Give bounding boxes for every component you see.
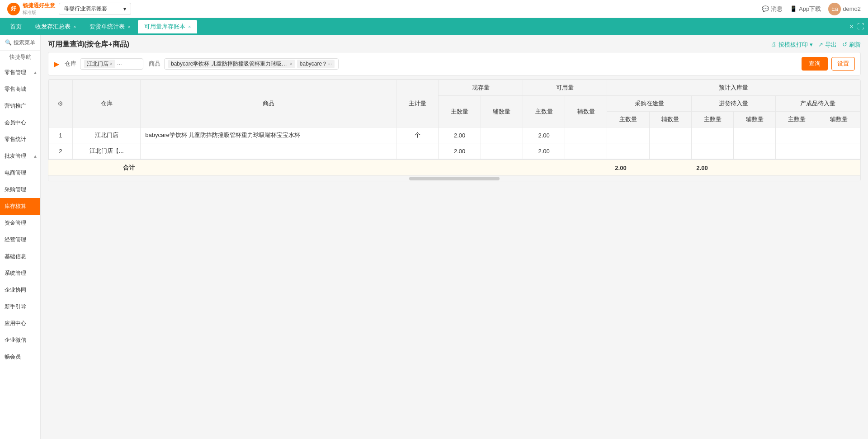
data-table: ⚙ 仓库 商品 主计量 现存量 可用量 预计入库量 主数量 辅数量 主数量 辅数…: [48, 80, 860, 159]
sidebar-item-member[interactable]: 会员中心: [0, 114, 40, 131]
cell-avail-aux: [565, 143, 607, 159]
cell-purchase-main: [607, 143, 649, 159]
sidebar: 🔍 搜索菜单 快捷导航 零售管理 ▲ 零售商城 营销推广 会员中心 零售统计 批…: [0, 35, 41, 439]
sidebar-quick-nav[interactable]: 快捷导航: [0, 51, 40, 64]
sidebar-item-enterprise-wechat[interactable]: 企业微信: [0, 332, 40, 349]
export-button[interactable]: ↗ 导出: [818, 41, 837, 49]
cell-produced-main: [776, 127, 818, 143]
cell-avail-main: 2.00: [523, 143, 565, 159]
expand-icon[interactable]: ⛶: [857, 23, 864, 31]
th-produced-aux: 辅数量: [818, 112, 860, 127]
warehouse-input[interactable]: 江北门店 × ···: [80, 58, 143, 70]
industry-selector[interactable]: 母婴行业演示账套 ▾: [59, 3, 131, 15]
footer-stock-main: 2.00: [603, 165, 639, 171]
warehouse-more[interactable]: ···: [117, 61, 122, 67]
close-tab-2[interactable]: ×: [127, 24, 130, 29]
cell-product: babycare学饮杯 儿童防摔防撞吸管杯重力球吸嘴杯宝宝水杯: [141, 127, 396, 143]
sidebar-item-ops[interactable]: 经营管理: [0, 231, 40, 248]
logo-icon: 好: [7, 3, 20, 15]
sidebar-item-member2[interactable]: 畅会员: [0, 349, 40, 365]
sidebar-item-marketing[interactable]: 营销推广: [0, 98, 40, 114]
product-tag-1: babycare学饮杯 儿童防摔防撞吸管杯重力球吸嘴杯宝宝水杯 ×: [168, 60, 295, 68]
product-tag-2: babycare？···: [297, 60, 335, 68]
cell-purchase-aux: [649, 127, 691, 143]
chevron-down-icon: ▲: [33, 70, 38, 75]
cell-purchase-main: [607, 127, 649, 143]
th-produced-main: 主数量: [776, 112, 818, 127]
sidebar-item-enterprise[interactable]: 企业协同: [0, 282, 40, 298]
close-tab-1[interactable]: ×: [73, 24, 76, 29]
cell-stock-aux: [481, 143, 523, 159]
cell-incoming-main: [691, 143, 733, 159]
message-button[interactable]: 💬 消息: [762, 5, 783, 13]
close-tab-3[interactable]: ×: [188, 24, 191, 29]
sidebar-item-inventory[interactable]: 库存核算: [0, 198, 40, 215]
th-avail-aux: 辅数量: [565, 96, 607, 127]
table-container: ⚙ 仓库 商品 主计量 现存量 可用量 预计入库量 主数量 辅数量 主数量 辅数…: [48, 79, 861, 181]
th-avail-main: 主数量: [523, 96, 565, 127]
top-bar: 好 畅捷通好生意 标准版 母婴行业演示账套 ▾ 💬 消息 📱 App下载 Ea …: [0, 0, 868, 18]
warehouse-field: 仓库 江北门店 × ···: [65, 58, 143, 70]
product-input[interactable]: babycare学饮杯 儿童防摔防撞吸管杯重力球吸嘴杯宝宝水杯 × babyca…: [164, 58, 339, 70]
main-layout: 🔍 搜索菜单 快捷导航 零售管理 ▲ 零售商城 营销推广 会员中心 零售统计 批…: [0, 35, 868, 439]
sidebar-item-app-center[interactable]: 应用中心: [0, 315, 40, 332]
cell-no: 2: [49, 143, 73, 159]
th-produced-group: 产成品待入量: [776, 96, 860, 112]
sidebar-item-newbie[interactable]: 新手引导: [0, 298, 40, 315]
sidebar-item-basics[interactable]: 基础信息: [0, 248, 40, 265]
tab-2[interactable]: 要货单统计表 ×: [83, 20, 137, 33]
cell-warehouse: 江北门店【...: [72, 143, 141, 159]
chevron-down-icon: ▾: [123, 6, 126, 12]
page-header: 可用量查询(按仓库+商品) 🖨 按模板打印 ▾ ↗ 导出 ↺ 刷新: [41, 35, 868, 52]
cell-unit: 个: [396, 127, 439, 143]
sidebar-item-retail-mall[interactable]: 零售商城: [0, 81, 40, 98]
user-menu[interactable]: Ea demo2: [828, 3, 861, 15]
gear-icon[interactable]: ⚙: [57, 100, 63, 107]
cell-stock-main: 2.00: [439, 127, 481, 143]
th-warehouse: 仓库: [72, 80, 141, 127]
sidebar-item-purchase[interactable]: 采购管理: [0, 181, 40, 198]
cell-stock-main: 2.00: [439, 143, 481, 159]
tab-home[interactable]: 首页: [4, 20, 28, 33]
sidebar-item-finance[interactable]: 资金管理: [0, 215, 40, 231]
scroll-track[interactable]: [48, 175, 860, 181]
sidebar-item-system[interactable]: 系统管理: [0, 265, 40, 282]
nav-tabs-right: × ⛶: [849, 23, 864, 31]
refresh-button[interactable]: ↺ 刷新: [842, 41, 861, 49]
sidebar-item-batch-mgmt[interactable]: 批发管理 ▲: [0, 148, 40, 165]
th-purchase-group: 采购在途量: [607, 96, 692, 112]
refresh-icon: ↺: [842, 41, 847, 48]
cell-no: 1: [49, 127, 73, 143]
table-row[interactable]: 2 江北门店【... 2.00 2.00: [49, 143, 860, 159]
cell-incoming-main: [691, 127, 733, 143]
chevron-down-icon: ▲: [33, 154, 38, 159]
th-purchase-aux: 辅数量: [649, 112, 691, 127]
table-row[interactable]: 1 江北门店 babycare学饮杯 儿童防摔防撞吸管杯重力球吸嘴杯宝宝水杯 个…: [49, 127, 860, 143]
th-main-unit: 主计量: [396, 80, 439, 127]
search-toggle[interactable]: ▶: [54, 60, 59, 68]
content-area: 可用量查询(按仓库+商品) 🖨 按模板打印 ▾ ↗ 导出 ↺ 刷新 ▶: [41, 35, 868, 439]
cell-product: [141, 143, 396, 159]
print-button[interactable]: 🖨 按模板打印 ▾: [771, 41, 813, 49]
remove-warehouse-tag[interactable]: ×: [110, 61, 113, 66]
setting-button[interactable]: 设置: [831, 57, 855, 71]
export-icon: ↗: [818, 41, 823, 48]
top-bar-right: 💬 消息 📱 App下载 Ea demo2: [762, 3, 861, 15]
app-download-button[interactable]: 📱 App下载: [790, 5, 821, 13]
warehouse-tag: 江北门店 ×: [84, 60, 115, 68]
scroll-thumb[interactable]: [409, 177, 500, 180]
close-all-tabs[interactable]: ×: [849, 23, 854, 31]
sidebar-item-ecommerce[interactable]: 电商管理: [0, 165, 40, 181]
sidebar-search[interactable]: 🔍 搜索菜单: [0, 35, 40, 51]
logo-text: 畅捷通好生意 标准版: [23, 2, 55, 16]
query-button[interactable]: 查询: [802, 57, 828, 71]
footer-label: 合计: [123, 164, 135, 172]
tab-1[interactable]: 收发存汇总表 ×: [29, 20, 82, 33]
tab-3[interactable]: 可用量库存账本 ×: [138, 20, 197, 33]
cell-incoming-aux: [734, 143, 776, 159]
remove-product-tag-1[interactable]: ×: [290, 61, 292, 66]
sidebar-item-retail-stats[interactable]: 零售统计: [0, 131, 40, 148]
sidebar-item-retail-mgmt[interactable]: 零售管理 ▲: [0, 64, 40, 81]
th-incoming-group: 进货待入量: [691, 96, 776, 112]
table-footer: 合计 2.00 2.00: [48, 159, 860, 175]
